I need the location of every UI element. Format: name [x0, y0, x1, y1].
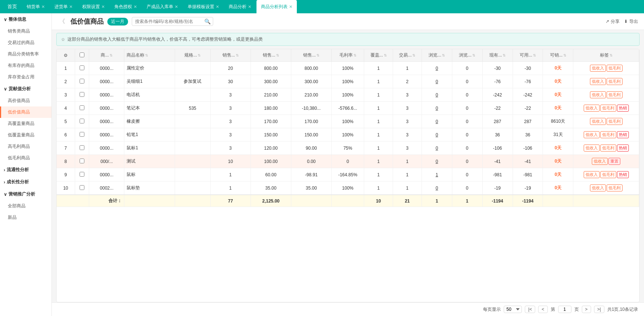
page-size-select[interactable]: 50 100	[504, 306, 522, 313]
row-checkbox-cell[interactable]	[75, 75, 89, 88]
sidebar-item-traded-goods[interactable]: 交易过的商品	[0, 37, 51, 48]
sidebar-item-fund-occupy[interactable]: 库存资金占用	[0, 71, 51, 83]
row-checkbox[interactable]	[80, 119, 84, 123]
share-button[interactable]: ↗ 分享	[606, 18, 620, 25]
row-view1[interactable]: 0	[422, 142, 452, 155]
date-filter-badge[interactable]: 近一月	[107, 18, 128, 26]
th-stock1[interactable]: 现有...⇅	[482, 49, 513, 62]
view1-link[interactable]: 0	[436, 106, 438, 111]
page-number-input[interactable]	[558, 306, 571, 313]
sidebar-item-high-value[interactable]: 高价值商品	[0, 95, 51, 106]
row-checkbox-cell[interactable]	[75, 88, 89, 102]
last-page-button[interactable]: >|	[594, 306, 604, 313]
view1-link[interactable]: 0	[436, 159, 438, 164]
view1-link[interactable]: 0	[436, 79, 438, 84]
close-goods-analysis-icon[interactable]: ✕	[248, 4, 251, 9]
first-page-button[interactable]: |<	[525, 306, 535, 313]
row-checkbox-cell[interactable]	[75, 62, 89, 75]
row-view1[interactable]: 0	[422, 62, 452, 75]
search-input[interactable]	[132, 17, 213, 26]
view1-link[interactable]: 0	[436, 119, 438, 124]
row-view1[interactable]: 0	[422, 75, 452, 88]
sidebar-item-new-goods[interactable]: 新品	[0, 212, 51, 223]
sidebar-group-marketing[interactable]: ∨ 营销推广分析	[0, 188, 51, 200]
row-view1[interactable]: 0	[422, 115, 452, 128]
th-cover[interactable]: 覆盖...⇅	[364, 49, 393, 62]
select-all-checkbox[interactable]	[80, 52, 84, 57]
nav-template[interactable]: 单据模板设置 ✕	[183, 0, 224, 13]
row-view1[interactable]: 0	[422, 155, 452, 168]
nav-product-stock[interactable]: 产成品入库单 ✕	[142, 0, 182, 13]
sidebar-group-contribution[interactable]: ∨ 贡献值分析	[0, 83, 51, 95]
nav-purchase[interactable]: 进货单 ✕	[50, 0, 77, 13]
row-view1[interactable]: 0	[422, 88, 452, 102]
sidebar-item-sales-goods[interactable]: 销售类商品	[0, 26, 51, 37]
sidebar-item-low-value[interactable]: 低价值商品	[0, 106, 51, 118]
row-checkbox-cell[interactable]	[75, 155, 89, 168]
th-stock2[interactable]: 可用...⇅	[513, 49, 543, 62]
sidebar-item-low-margin[interactable]: 低毛利商品	[0, 152, 51, 164]
sidebar-item-stock-goods[interactable]: 有库存的商品	[0, 60, 51, 71]
th-settings[interactable]: ⚙	[57, 49, 75, 62]
view1-link[interactable]: 1	[436, 172, 438, 177]
row-checkbox-cell[interactable]	[75, 115, 89, 128]
nav-sales[interactable]: 销货单 ✕	[22, 0, 49, 13]
row-checkbox-cell[interactable]	[75, 168, 89, 181]
close-goods-list-icon[interactable]: ✕	[289, 4, 292, 9]
row-checkbox-cell[interactable]	[75, 102, 89, 115]
nav-goods-list[interactable]: 商品分析列表 ✕	[256, 0, 297, 13]
settings-icon[interactable]: ⚙	[64, 53, 68, 58]
next-page-button[interactable]: >	[582, 306, 591, 313]
th-view2[interactable]: 浏览...⇅	[452, 49, 482, 62]
row-checkbox-cell[interactable]	[75, 128, 89, 142]
th-sale3[interactable]: 销售...⇅	[291, 49, 331, 62]
view1-link[interactable]: 0	[436, 132, 438, 137]
row-checkbox[interactable]	[80, 65, 84, 70]
row-view1[interactable]: 0	[422, 181, 452, 195]
view1-link[interactable]: 0	[436, 92, 438, 98]
close-product-stock-icon[interactable]: ✕	[175, 4, 178, 9]
close-template-icon[interactable]: ✕	[216, 4, 219, 9]
search-button[interactable]: 🔍	[204, 18, 211, 24]
th-sellable[interactable]: 可销...⇅	[543, 49, 573, 62]
th-spec[interactable]: 规格...⇅	[175, 49, 210, 62]
row-checkbox[interactable]	[80, 172, 84, 177]
row-checkbox[interactable]	[80, 145, 84, 150]
row-checkbox[interactable]	[80, 79, 84, 84]
row-checkbox[interactable]	[80, 159, 84, 163]
close-permission-icon[interactable]: ✕	[101, 4, 105, 9]
view1-link[interactable]: 0	[436, 186, 438, 191]
sidebar-item-high-margin[interactable]: 高毛利商品	[0, 141, 51, 152]
close-purchase-icon[interactable]: ✕	[69, 4, 73, 9]
th-tags[interactable]: 标签⇅	[573, 49, 639, 62]
sidebar-item-all-goods[interactable]: 全部商品	[0, 200, 51, 212]
sidebar-collapse-button[interactable]: 《	[58, 18, 67, 26]
th-name[interactable]: 商品名称⇅	[124, 49, 175, 62]
view1-link[interactable]: 0	[436, 146, 438, 151]
th-sale2[interactable]: 销售...⇅	[251, 49, 291, 62]
th-code[interactable]: 商...⇅	[89, 49, 124, 62]
row-view1[interactable]: 1	[422, 168, 452, 181]
export-button[interactable]: ⬇ 导出	[624, 18, 638, 25]
sidebar-group-growth[interactable]: › 成长性分析	[0, 176, 51, 188]
row-checkbox[interactable]	[80, 185, 84, 190]
prev-page-button[interactable]: <	[538, 306, 547, 313]
nav-home[interactable]: 首页	[3, 0, 21, 13]
th-checkbox[interactable]	[75, 49, 89, 62]
row-checkbox-cell[interactable]	[75, 181, 89, 195]
row-view1[interactable]: 0	[422, 102, 452, 115]
row-checkbox-cell[interactable]	[75, 142, 89, 155]
row-view1[interactable]: 0	[422, 128, 452, 142]
sidebar-group-circulation[interactable]: › 流通性分析	[0, 164, 51, 176]
close-role-icon[interactable]: ✕	[134, 4, 137, 9]
view1-link[interactable]: 0	[436, 66, 438, 71]
th-trade[interactable]: 交易...⇅	[393, 49, 422, 62]
th-gross[interactable]: 毛利率⇅	[332, 49, 364, 62]
nav-goods-analysis[interactable]: 商品分析 ✕	[224, 0, 256, 13]
nav-permission[interactable]: 权限设置 ✕	[78, 0, 109, 13]
sidebar-item-low-cover[interactable]: 低覆盖量商品	[0, 129, 51, 141]
th-sale1[interactable]: 销售...⇅	[210, 49, 251, 62]
row-checkbox[interactable]	[80, 132, 84, 137]
close-sales-icon[interactable]: ✕	[41, 4, 45, 9]
sidebar-item-high-cover[interactable]: 高覆盖量商品	[0, 118, 51, 129]
